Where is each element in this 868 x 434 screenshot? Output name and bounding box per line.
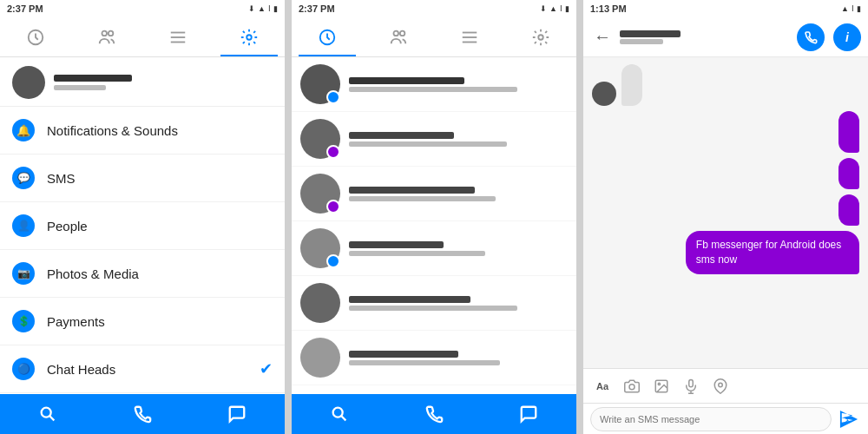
wifi-icon-2: ▲: [549, 4, 557, 13]
camera-button[interactable]: [620, 374, 644, 398]
contact-status-bar: [620, 39, 663, 44]
tab-settings-2[interactable]: [505, 17, 576, 56]
online-badge: [326, 200, 340, 214]
info-button[interactable]: i: [833, 23, 861, 51]
tab-settings-1[interactable]: [214, 17, 285, 56]
contact-name-bar: [620, 30, 681, 37]
conversation-list: [292, 57, 576, 394]
send-button[interactable]: [837, 407, 861, 431]
convo-name: [349, 241, 444, 248]
convo-preview: [349, 87, 517, 92]
call-button[interactable]: [797, 23, 825, 51]
list-item[interactable]: [292, 331, 576, 385]
user-sub-bar: [54, 85, 106, 90]
bottom-phone-btn-2[interactable]: [386, 394, 481, 434]
mic-button[interactable]: [679, 374, 703, 398]
status-bar-3: 1:13 PM ▲ Ⅰ ▮: [583, 0, 868, 17]
tab-people-1[interactable]: [71, 17, 142, 56]
chat-header: ← i: [583, 17, 868, 57]
svg-point-16: [332, 408, 342, 418]
battery-icon: ▮: [273, 4, 278, 13]
bottom-search-btn-2[interactable]: [292, 394, 386, 434]
message-row: [592, 111, 859, 153]
user-info: [54, 75, 132, 90]
panel-chat: 1:13 PM ▲ Ⅰ ▮ ← i: [583, 0, 868, 434]
status-bar-1: 2:37 PM ⬇ ▲ Ⅰ ▮: [0, 0, 285, 17]
online-badge: [326, 145, 340, 159]
photos-label: Photos & Media: [47, 266, 273, 281]
panel-settings: 2:37 PM ⬇ ▲ Ⅰ ▮ 🔔 Notification: [0, 0, 285, 434]
svg-point-22: [719, 383, 723, 387]
chat-input-row: [583, 403, 868, 434]
convo-preview: [349, 141, 507, 147]
convo-avatar: [300, 64, 340, 104]
signal-icon-2: Ⅰ: [560, 4, 562, 13]
list-item[interactable]: [292, 276, 576, 331]
svg-point-15: [538, 35, 543, 40]
message-row: [592, 194, 859, 226]
back-button[interactable]: ←: [590, 23, 615, 50]
status-time-2: 2:37 PM: [299, 3, 335, 14]
profile-header: [0, 57, 285, 107]
tab-list-1[interactable]: [142, 17, 214, 56]
bottom-nav-1: [0, 394, 285, 434]
nav-bar-2: [292, 17, 576, 57]
chat-input-field[interactable]: [590, 407, 832, 431]
location-button[interactable]: [708, 374, 733, 398]
tab-recents-2[interactable]: [292, 17, 363, 56]
status-time-3: 1:13 PM: [590, 3, 627, 14]
list-item[interactable]: [292, 112, 576, 167]
chatheads-check-icon: ✔: [260, 359, 273, 378]
aa-button[interactable]: Aa: [590, 374, 615, 398]
payments-icon: 💲: [12, 310, 35, 332]
list-item[interactable]: [292, 167, 576, 221]
settings-item-payments[interactable]: 💲 Payments: [0, 298, 285, 345]
convo-name: [349, 77, 464, 84]
message-bubble: [621, 64, 642, 106]
convo-preview: [349, 251, 485, 256]
bottom-messages-btn-1[interactable]: [190, 394, 285, 434]
list-item[interactable]: [292, 221, 576, 276]
status-time-1: 2:37 PM: [7, 3, 43, 14]
convo-name: [349, 296, 470, 303]
bottom-messages-btn-2[interactable]: [482, 394, 576, 434]
tab-recents-1[interactable]: [0, 17, 71, 56]
settings-item-sms[interactable]: 💬 SMS: [0, 155, 285, 202]
convo-content: [349, 187, 559, 201]
message-row: [592, 158, 859, 189]
list-item[interactable]: [292, 57, 576, 112]
svg-point-18: [629, 384, 635, 389]
image-button[interactable]: [649, 374, 674, 398]
message-bubble: [838, 158, 859, 189]
convo-content: [349, 132, 559, 147]
settings-item-photos[interactable]: 📷 Photos & Media: [0, 250, 285, 298]
battery-icon-2: ▮: [565, 4, 569, 13]
svg-point-20: [658, 383, 660, 385]
message-bubble-sms: Fb messenger for Android does sms now: [686, 231, 859, 274]
panel-conversations: 2:37 PM ⬇ ▲ Ⅰ ▮: [292, 0, 576, 434]
notifications-icon: 🔔: [12, 119, 35, 141]
tab-list-2[interactable]: [434, 17, 505, 56]
tab-people-2[interactable]: [363, 17, 434, 56]
online-badge: [326, 254, 340, 268]
convo-name: [349, 187, 475, 194]
battery-icon-3: ▮: [857, 4, 861, 13]
nav-bar-1: [0, 17, 285, 57]
chat-messages: Fb messenger for Android does sms now: [583, 57, 868, 368]
settings-item-people[interactable]: 👤 People: [0, 202, 285, 250]
online-badge: [326, 90, 340, 104]
convo-avatar: [300, 338, 340, 378]
sms-label: SMS: [47, 171, 273, 186]
bottom-phone-btn-1[interactable]: [95, 394, 189, 434]
settings-item-notifications[interactable]: 🔔 Notifications & Sounds: [0, 107, 285, 155]
status-bar-2: 2:37 PM ⬇ ▲ Ⅰ ▮: [292, 0, 576, 17]
message-row: [592, 64, 859, 106]
convo-preview: [349, 360, 500, 365]
svg-point-11: [400, 30, 405, 36]
chatheads-icon: 🔵: [12, 358, 35, 380]
message-row: Fb messenger for Android does sms now: [592, 231, 859, 274]
signal-icon: Ⅰ: [268, 4, 271, 13]
chatheads-label: Chat Heads: [47, 362, 260, 377]
bottom-search-btn-1[interactable]: [0, 394, 95, 434]
settings-item-chatheads[interactable]: 🔵 Chat Heads ✔: [0, 345, 285, 393]
